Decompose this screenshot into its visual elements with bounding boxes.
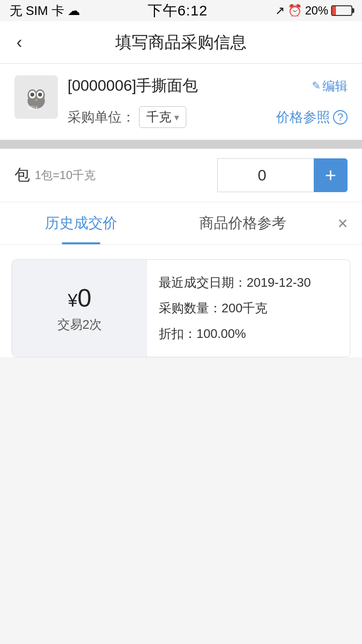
svg-point-6: [38, 93, 42, 97]
tabs-header: 历史成交价 商品价格参考 ×: [0, 202, 362, 245]
price-ref-label: 价格参照: [276, 108, 330, 126]
page-title: 填写商品采购信息: [115, 31, 247, 54]
separator: [0, 140, 362, 149]
unit-label: 采购单位：: [68, 108, 135, 126]
history-purchase-qty: 采购数量：200千克: [159, 299, 338, 318]
product-name: [0000006]手撕面包: [68, 75, 198, 97]
status-right: ↗ ⏰ 20%: [275, 4, 352, 17]
status-left: 无 SIM 卡 ☁: [10, 2, 80, 19]
unit-select[interactable]: 千克 ▾: [139, 106, 186, 128]
svg-point-5: [30, 93, 34, 97]
quantity-input[interactable]: [217, 158, 314, 192]
tab-history-price-label: 历史成交价: [45, 213, 117, 233]
back-button[interactable]: ‹: [0, 32, 39, 53]
history-discount: 折扣：100.00%: [159, 324, 338, 343]
history-trade-count: 交易2次: [57, 316, 102, 333]
quantity-unit: 包: [14, 165, 30, 186]
price-ref-button[interactable]: 价格参照 ?: [276, 108, 348, 126]
chevron-down-icon: ▾: [174, 112, 179, 123]
tab-product-price-ref-label: 商品价格参考: [199, 213, 286, 233]
product-thumbnail: 鲜计: [14, 75, 58, 119]
sim-label: 无 SIM 卡 ☁: [10, 2, 80, 19]
quantity-label-wrap: 包 1包=10千克: [14, 165, 96, 186]
main-content: [0, 372, 362, 644]
back-arrow-icon: ‹: [16, 32, 22, 53]
close-icon: ×: [337, 213, 348, 234]
nav-bar: ‹ 填写商品采购信息: [0, 21, 362, 64]
alarm-icon: ⏰: [288, 4, 302, 17]
currency-symbol: ¥: [68, 291, 78, 310]
history-recent-date: 最近成交日期：2019-12-30: [159, 273, 338, 292]
history-card-right: 最近成交日期：2019-12-30 采购数量：200千克 折扣：100.00%: [147, 260, 350, 357]
discount-value: 100.00%: [196, 326, 246, 341]
history-card: ¥0 交易2次 最近成交日期：2019-12-30 采购数量：200千克 折扣：…: [12, 259, 350, 357]
battery-icon: [331, 5, 352, 16]
history-card-left: ¥0 交易2次: [12, 260, 147, 357]
battery-percent: 20%: [305, 4, 328, 17]
status-bar: 无 SIM 卡 ☁ 下午6:12 ↗ ⏰ 20%: [0, 0, 362, 21]
quantity-unit-sub: 1包=10千克: [35, 168, 96, 183]
owl-logo-icon: 鲜计: [22, 83, 51, 112]
plus-icon: +: [325, 165, 336, 186]
navigation-icon: ↗: [275, 4, 285, 17]
history-price: ¥0: [68, 283, 92, 312]
recent-date-value: 2019-12-30: [247, 275, 311, 290]
product-section: 鲜计 [0000006]手撕面包 ✎ 编辑 采购单位： 千克 ▾: [0, 64, 362, 140]
quantity-input-wrap: +: [217, 158, 348, 192]
unit-row: 采购单位： 千克 ▾ 价格参照 ?: [68, 106, 348, 128]
recent-date-label: 最近成交日期：: [159, 275, 247, 290]
discount-label: 折扣：: [159, 326, 196, 341]
tabs-section: 历史成交价 商品价格参考 × ¥0 交易2次 最近成交日期：2019-12-30…: [0, 202, 362, 357]
product-info: [0000006]手撕面包 ✎ 编辑 采购单位： 千克 ▾ 价格参照 ?: [68, 75, 348, 128]
price-ref-info-icon: ?: [333, 110, 348, 125]
purchase-qty-label: 采购数量：: [159, 301, 222, 315]
edit-icon: ✎: [312, 80, 320, 92]
product-header: [0000006]手撕面包 ✎ 编辑: [68, 75, 348, 97]
unit-value: 千克: [146, 109, 171, 126]
tab-product-price-ref[interactable]: 商品价格参考: [162, 202, 323, 244]
quantity-row: 包 1包=10千克 +: [0, 149, 362, 202]
tab-history-price[interactable]: 历史成交价: [0, 202, 162, 244]
purchase-qty-value: 200千克: [222, 301, 267, 315]
quantity-plus-button[interactable]: +: [314, 158, 348, 192]
edit-button[interactable]: ✎ 编辑: [312, 78, 348, 95]
product-row: 鲜计 [0000006]手撕面包 ✎ 编辑 采购单位： 千克 ▾: [14, 75, 348, 128]
edit-label: 编辑: [322, 78, 348, 95]
price-value: 0: [78, 284, 92, 312]
close-button[interactable]: ×: [323, 202, 362, 244]
status-time: 下午6:12: [148, 1, 208, 21]
svg-text:鲜计: 鲜计: [28, 105, 38, 111]
